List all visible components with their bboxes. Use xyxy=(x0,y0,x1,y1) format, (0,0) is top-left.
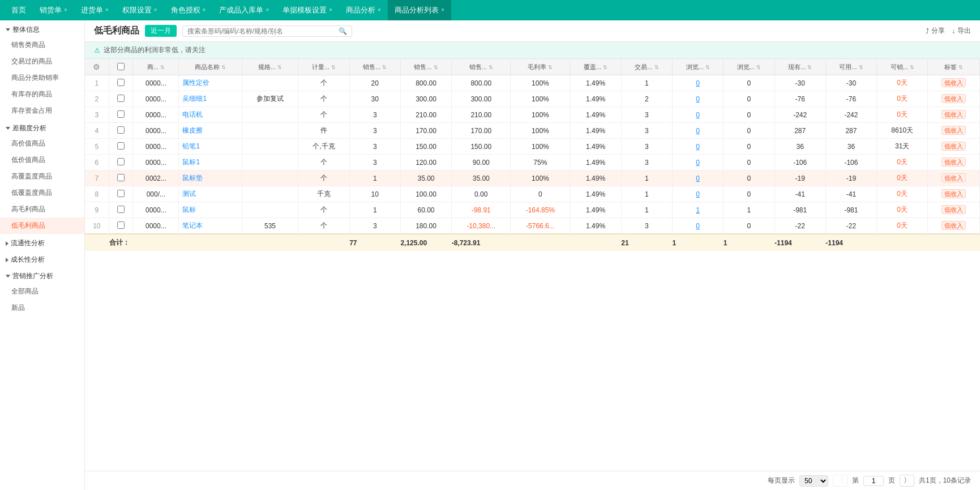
row-name[interactable]: 电话机 xyxy=(179,107,242,123)
row-name[interactable]: 鼠标 xyxy=(179,202,242,218)
sidebar-item-category-rate[interactable]: 商品分类助销率 xyxy=(0,70,84,86)
col-name[interactable]: 商品名称 ⇅ xyxy=(179,59,242,75)
nav-permissions[interactable]: 权限设置 × xyxy=(115,0,164,20)
row-select-checkbox[interactable] xyxy=(117,206,125,213)
nav-close-template-settings[interactable]: × xyxy=(329,0,332,20)
row-checkbox[interactable] xyxy=(109,107,132,123)
nav-close-product-analysis-list[interactable]: × xyxy=(441,0,444,20)
sidebar-item-traded-products[interactable]: 交易过的商品 xyxy=(0,53,84,70)
gear-icon[interactable]: ⚙ xyxy=(93,62,100,71)
nav-home[interactable]: 首页 xyxy=(5,0,33,20)
col-coverage[interactable]: 覆盖... ⇅ xyxy=(570,59,621,75)
row-select-checkbox[interactable] xyxy=(117,142,125,150)
row-select-checkbox[interactable] xyxy=(117,158,125,165)
row-current-stock: -22 xyxy=(774,218,825,235)
col-saleable-days[interactable]: 可销... ⇅ xyxy=(877,59,928,75)
col-sales-price[interactable]: 销售... ⇅ xyxy=(400,59,451,75)
row-select-checkbox[interactable] xyxy=(117,190,125,197)
col-views1[interactable]: 浏览... ⇅ xyxy=(673,59,724,75)
sidebar-group-growth[interactable]: 成长性分析 xyxy=(0,250,84,267)
sidebar-group-margin-analysis[interactable]: 差额度分析 xyxy=(0,119,84,135)
row-checkbox[interactable] xyxy=(109,75,132,91)
per-page-select[interactable]: 50 20 100 xyxy=(799,475,828,487)
col-spec[interactable]: 规格... ⇅ xyxy=(242,59,298,75)
nav-product-analysis-list[interactable]: 商品分析列表 × xyxy=(388,0,451,20)
sidebar-item-low-margin[interactable]: 低毛利商品 xyxy=(0,218,84,234)
row-name[interactable]: 吴细细1 xyxy=(179,91,242,107)
row-name[interactable]: 鼠标1 xyxy=(179,155,242,171)
sidebar-item-stocked-products[interactable]: 有库存的商品 xyxy=(0,86,84,103)
col-tag[interactable]: 标签 ⇅ xyxy=(928,59,980,75)
row-name[interactable]: 测试 xyxy=(179,186,242,202)
page-number-input[interactable] xyxy=(863,476,884,486)
nav-close-purchase-order[interactable]: × xyxy=(105,0,109,20)
sidebar-item-stock-capital[interactable]: 库存资金占用 xyxy=(0,103,84,119)
col-sales-qty[interactable]: 销售... ⇅ xyxy=(349,59,400,75)
nav-close-sales-order[interactable]: × xyxy=(64,0,67,20)
row-name[interactable]: 鼠标垫 xyxy=(179,171,242,186)
sidebar-item-high-value[interactable]: 高价值商品 xyxy=(0,135,84,152)
row-checkbox[interactable] xyxy=(109,186,132,202)
row-name[interactable]: 铅笔1 xyxy=(179,139,242,155)
sidebar-item-low-coverage[interactable]: 低覆盖度商品 xyxy=(0,185,84,201)
sort-icon-16: ⇅ xyxy=(958,65,963,70)
row-select-checkbox[interactable] xyxy=(117,221,125,229)
sidebar-group-marketing[interactable]: 营销推广分析 xyxy=(0,267,84,283)
col-sales-profit[interactable]: 销售... ⇅ xyxy=(452,59,511,75)
row-name[interactable]: 笔记本 xyxy=(179,218,242,235)
row-select-checkbox[interactable] xyxy=(117,126,125,134)
row-checkbox[interactable] xyxy=(109,155,132,171)
nav-close-permissions[interactable]: × xyxy=(154,0,157,20)
row-views2: 0 xyxy=(724,139,774,155)
export-button[interactable]: ↓ 导出 xyxy=(952,26,971,36)
nav-template-settings[interactable]: 单据模板设置 × xyxy=(276,0,339,20)
filter-recent-month-button[interactable]: 近一月 xyxy=(145,25,177,37)
nav-product-inbound[interactable]: 产成品入库单 × xyxy=(212,0,276,20)
col-transactions[interactable]: 交易... ⇅ xyxy=(621,59,672,75)
nav-close-product-analysis[interactable]: × xyxy=(378,0,381,20)
col-gross-rate[interactable]: 毛利率 ⇅ xyxy=(511,59,570,75)
nav-role-auth[interactable]: 角色授权 × xyxy=(164,0,213,20)
prev-page-button[interactable]: 〈 xyxy=(833,475,848,487)
row-name[interactable]: 橡皮擦 xyxy=(179,123,242,139)
nav-close-product-inbound[interactable]: × xyxy=(266,0,269,20)
sidebar-item-high-coverage[interactable]: 高覆盖度商品 xyxy=(0,168,84,185)
row-checkbox[interactable] xyxy=(109,202,132,218)
row-checkbox[interactable] xyxy=(109,139,132,155)
row-num: 4 xyxy=(85,123,109,139)
nav-sales-order[interactable]: 销货单 × xyxy=(33,0,74,20)
sidebar-item-new-products[interactable]: 新品 xyxy=(0,300,84,316)
sort-icon-11: ⇅ xyxy=(705,65,710,70)
sidebar-item-all-products[interactable]: 全部商品 xyxy=(0,283,84,300)
row-select-checkbox[interactable] xyxy=(117,95,125,102)
nav-close-role-auth[interactable]: × xyxy=(203,0,206,20)
col-available-stock[interactable]: 可用... ⇅ xyxy=(825,59,876,75)
row-checkbox[interactable] xyxy=(109,123,132,139)
share-button[interactable]: ⤴ 分享 xyxy=(926,26,945,36)
sidebar-item-low-value[interactable]: 低价值商品 xyxy=(0,152,84,168)
row-checkbox[interactable] xyxy=(109,171,132,186)
search-icon[interactable]: 🔍 xyxy=(339,27,347,35)
row-name[interactable]: 属性定价 xyxy=(179,75,242,91)
row-tag: 低收入 xyxy=(928,123,980,139)
row-coverage: 1.49% xyxy=(570,171,621,186)
nav-purchase-order[interactable]: 进货单 × xyxy=(74,0,115,20)
col-settings[interactable]: ⚙ xyxy=(85,59,109,75)
sidebar-group-overall[interactable]: 整体信息 xyxy=(0,20,84,37)
next-page-button[interactable]: 〉 xyxy=(900,475,914,487)
sidebar-item-high-margin[interactable]: 高毛利商品 xyxy=(0,201,84,218)
row-select-checkbox[interactable] xyxy=(117,79,125,86)
sidebar-item-sales-products[interactable]: 销售类商品 xyxy=(0,37,84,53)
col-current-stock[interactable]: 现有... ⇅ xyxy=(774,59,825,75)
row-select-checkbox[interactable] xyxy=(117,110,125,118)
row-checkbox[interactable] xyxy=(109,91,132,107)
col-unit[interactable]: 计量... ⇅ xyxy=(298,59,349,75)
sidebar-group-liquidity[interactable]: 流通性分析 xyxy=(0,234,84,250)
search-input[interactable] xyxy=(187,27,339,35)
nav-product-analysis[interactable]: 商品分析 × xyxy=(339,0,388,20)
row-checkbox[interactable] xyxy=(109,218,132,235)
col-views2[interactable]: 浏览... ⇅ xyxy=(724,59,774,75)
col-code[interactable]: 商... ⇅ xyxy=(133,59,179,75)
select-all-checkbox[interactable] xyxy=(117,63,125,70)
row-select-checkbox[interactable] xyxy=(117,174,125,181)
